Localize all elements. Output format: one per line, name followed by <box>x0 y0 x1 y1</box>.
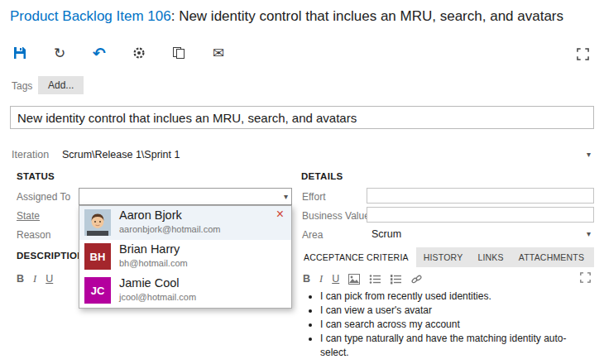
avatar <box>84 209 111 236</box>
bullet-list-icon <box>369 274 381 285</box>
avatar-initials: JC <box>84 277 111 304</box>
email-button[interactable]: ✉ <box>209 43 228 63</box>
toolbar: ↻ ↶ ✉ <box>10 41 228 65</box>
fullscreen-icon <box>580 272 591 283</box>
insert-link-button[interactable] <box>410 274 423 285</box>
identity-picker-dropdown: Aaron Bjork aaronbjork@hotmail.com × BH … <box>79 205 292 309</box>
area-combobox[interactable]: Scrum ▾ <box>367 226 594 242</box>
copy-button[interactable] <box>169 43 189 63</box>
avatar: JC <box>84 277 111 304</box>
identity-option[interactable]: JC Jamie Cool jcool@hotmail.com <box>79 274 291 308</box>
close-icon: × <box>276 207 284 221</box>
effort-label: Effort <box>302 191 325 203</box>
person-name: Jamie Cool <box>119 276 180 290</box>
title-input[interactable] <box>10 106 594 129</box>
italic-button[interactable]: I <box>33 274 36 285</box>
tab-links[interactable]: LINKS <box>470 247 511 267</box>
chevron-down-icon: ▾ <box>284 193 288 201</box>
avatar-initials: BH <box>84 243 111 270</box>
person-name: Aaron Bjork <box>119 208 182 222</box>
list-item: I can search across my account <box>320 318 589 332</box>
bullet-list-button[interactable] <box>369 274 381 285</box>
email-icon: ✉ <box>213 46 224 60</box>
image-icon <box>348 274 360 285</box>
description-editor-toolbar: B I U <box>17 271 53 287</box>
work-item-id: Product Backlog Item 106 <box>10 8 171 24</box>
add-tag-button[interactable]: Add... <box>38 76 84 94</box>
list-item: I can type naturally and have the matchi… <box>320 332 589 360</box>
undo-icon: ↶ <box>93 46 106 61</box>
identity-option[interactable]: Aaron Bjork aaronbjork@hotmail.com × <box>79 206 291 240</box>
copy-icon <box>172 46 185 60</box>
remove-identity-button[interactable]: × <box>276 208 284 221</box>
link-icon <box>410 274 423 285</box>
italic-button[interactable]: I <box>319 274 323 285</box>
numbered-list-icon <box>390 274 401 285</box>
area-value: Scrum <box>372 228 401 240</box>
acceptance-criteria-list: I can pick from recently used identities… <box>308 290 589 360</box>
tab-attachments[interactable]: ATTACHMENTS <box>511 247 592 267</box>
editor-fullscreen-button[interactable] <box>580 271 591 286</box>
save-icon <box>12 46 27 60</box>
avatar: BH <box>84 243 111 270</box>
status-heading: STATUS <box>17 171 55 181</box>
assigned-to-combobox[interactable]: ▾ <box>79 188 292 205</box>
tools-button[interactable] <box>129 43 149 63</box>
work-item-form: Product Backlog Item 106: New identity c… <box>0 0 604 364</box>
tab-acceptance-criteria[interactable]: ACCEPTANCE CRITERIA <box>296 247 416 267</box>
iteration-label: Iteration <box>12 149 49 160</box>
person-email: jcool@hotmail.com <box>119 292 196 302</box>
chevron-down-icon: ▾ <box>587 230 591 238</box>
business-value-label: Business Value <box>302 210 370 222</box>
underline-button[interactable]: U <box>332 274 339 285</box>
insert-image-button[interactable] <box>348 274 360 285</box>
person-email: aaronbjork@hotmail.com <box>119 224 220 234</box>
acceptance-criteria-editor-toolbar: B I U <box>303 271 423 287</box>
undo-button[interactable]: ↶ <box>89 43 109 63</box>
acceptance-criteria-editor[interactable]: I can pick from recently used identities… <box>308 290 589 360</box>
description-heading: DESCRIPTION <box>17 251 84 261</box>
person-name: Brian Harry <box>119 242 180 256</box>
tab-history[interactable]: HISTORY <box>416 247 471 267</box>
area-label: Area <box>302 229 323 241</box>
refresh-icon: ↻ <box>54 46 65 60</box>
list-item: I can view a user's avatar <box>320 304 589 318</box>
work-item-title-text: New identity control that inclues an MRU… <box>179 8 563 24</box>
tab-bar: ACCEPTANCE CRITERIA HISTORY LINKS ATTACH… <box>296 247 594 267</box>
tags-label: Tags <box>12 80 32 92</box>
refresh-button[interactable]: ↻ <box>50 43 70 63</box>
identity-option[interactable]: BH Brian Harry bh@hotmail.com <box>79 240 291 274</box>
list-item: I can pick from recently used identities… <box>320 290 589 304</box>
bold-button[interactable]: B <box>17 274 24 285</box>
iteration-combobox[interactable]: Scrum\Release 1\Sprint 1 ▾ <box>56 146 594 164</box>
fullscreen-icon <box>577 48 589 60</box>
save-button[interactable] <box>10 43 30 63</box>
iteration-value: Scrum\Release 1\Sprint 1 <box>62 149 180 160</box>
numbered-list-button[interactable] <box>390 274 401 285</box>
tools-icon <box>132 46 146 60</box>
state-label: State <box>17 210 40 222</box>
reason-label: Reason <box>17 229 50 241</box>
work-item-header: Product Backlog Item 106: New identity c… <box>10 8 563 25</box>
underline-button[interactable]: U <box>46 274 53 285</box>
business-value-input[interactable] <box>367 207 594 223</box>
assigned-to-label: Assigned To <box>17 191 70 203</box>
details-heading: DETAILS <box>301 171 343 181</box>
fullscreen-button[interactable] <box>573 44 592 64</box>
chevron-down-icon: ▾ <box>587 151 591 159</box>
person-email: bh@hotmail.com <box>119 258 188 268</box>
bold-button[interactable]: B <box>303 274 310 285</box>
effort-input[interactable] <box>367 188 594 204</box>
header-separator: : <box>171 8 179 24</box>
